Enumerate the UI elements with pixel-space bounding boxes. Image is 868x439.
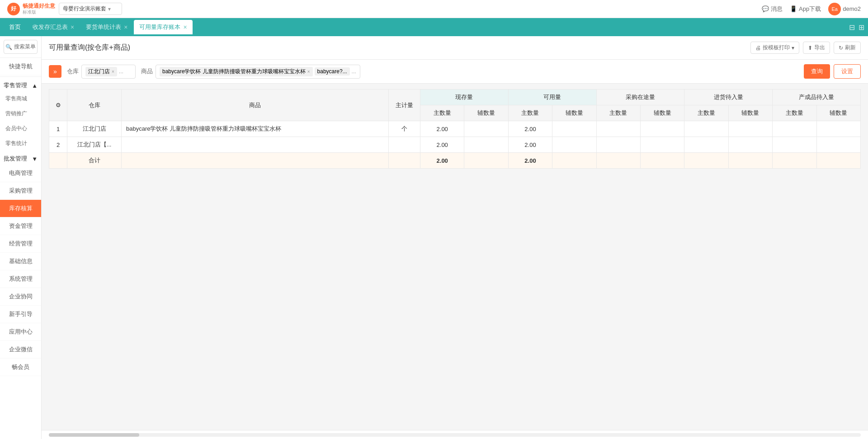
download-icon: 📱 xyxy=(790,5,797,12)
tab-shoufacun-close[interactable]: × xyxy=(71,24,74,31)
th-inc-main: 主数量 xyxy=(684,105,728,121)
sidebar-item-shangcheng[interactable]: 零售商城 xyxy=(0,91,41,106)
th-unit: 主计量 xyxy=(389,90,420,121)
download-btn[interactable]: 📱 App下载 xyxy=(790,5,821,13)
nav-minimize-icon[interactable]: ⊟ xyxy=(849,23,855,32)
tab-keyong[interactable]: 可用量库存账本 × xyxy=(134,20,192,34)
warehouse-tag-close[interactable]: × xyxy=(112,69,114,74)
goods-input[interactable]: babycare学饮杯 儿童防摔防撞吸管杯重力球吸嘴杯宝宝水杯 × babyca… xyxy=(156,65,360,79)
sidebar-item-caigou[interactable]: 采购管理 xyxy=(0,182,41,200)
table-wrapper: ⚙ 仓库 商品 主计量 现存量 可用量 采购在途量 采购在途量 进货待入量 产成… xyxy=(42,84,868,430)
page-actions: 🖨 按模板打印 ▾ ⬆ 导出 ↻ 刷新 xyxy=(750,42,861,54)
export-label: 导出 xyxy=(814,44,825,52)
sidebar-item-yingxiao[interactable]: 营销推广 xyxy=(0,106,41,121)
top-bar-right: 💬 消息 📱 App下载 Ea demo2 xyxy=(762,3,861,15)
cell-inc-main xyxy=(684,121,728,137)
cell-goods: babycare学饮杯 儿童防摔防撞吸管杯重力球吸嘴杯宝宝水杯 xyxy=(122,121,389,137)
cell-pur-aux xyxy=(640,121,684,137)
th-purchase-group: 采购在途量 xyxy=(596,90,684,105)
sidebar-item-jingying[interactable]: 经营管理 xyxy=(0,235,41,253)
goods-tag1: babycare学饮杯 儿童防摔防撞吸管杯重力球吸嘴杯宝宝水杯 × xyxy=(160,67,313,76)
filter-right: 查询 设置 xyxy=(804,64,861,79)
sidebar-item-yingyong[interactable]: 应用中心 xyxy=(0,323,41,341)
sidebar-item-chang[interactable]: 畅会员 xyxy=(0,359,41,376)
total-prod-main xyxy=(773,153,816,169)
settings-icon: ⚙ xyxy=(56,102,61,109)
sidebar-item-xinshou[interactable]: 新手引导 xyxy=(0,306,41,323)
goods-more[interactable]: ... xyxy=(352,68,356,75)
sidebar-search: 🔍 搜索菜单 xyxy=(0,36,41,58)
filter-toggle-btn[interactable]: » xyxy=(49,65,61,78)
cell-avail-aux xyxy=(552,137,596,153)
print-icon: 🖨 xyxy=(755,45,761,51)
data-table: ⚙ 仓库 商品 主计量 现存量 可用量 采购在途量 采购在途量 进货待入量 产成… xyxy=(49,89,861,169)
sidebar-item-dianshang[interactable]: 电商管理 xyxy=(0,165,41,182)
sidebar-item-jichu[interactable]: 基础信息 xyxy=(0,253,41,270)
goods-tag2-value: babycare?... xyxy=(317,68,347,75)
th-settings[interactable]: ⚙ xyxy=(49,90,67,121)
total-pur-aux xyxy=(640,153,684,169)
cell-stock-main: 2.00 xyxy=(420,137,464,153)
logo-sub: 标准版 xyxy=(23,9,55,15)
total-unit xyxy=(389,153,420,169)
chevron-down-icon-pifa: ▼ xyxy=(32,156,38,162)
cell-stock-aux xyxy=(464,137,508,153)
scrollbar-track[interactable] xyxy=(49,433,861,437)
print-btn[interactable]: 🖨 按模板打印 ▾ xyxy=(750,42,799,54)
sidebar-section-pifa[interactable]: 批发管理 ▼ xyxy=(0,151,41,165)
th-stock-group: 现存量 xyxy=(420,90,509,105)
tab-yaohuo-close[interactable]: × xyxy=(124,24,127,31)
th-inc-aux: 辅数量 xyxy=(728,105,772,121)
message-icon: 💬 xyxy=(762,5,769,12)
sidebar-item-qiye[interactable]: 企业协同 xyxy=(0,288,41,306)
tab-keyong-close[interactable]: × xyxy=(183,24,187,31)
cell-warehouse: 江北门店 xyxy=(67,121,122,137)
cell-prod-aux xyxy=(816,121,860,137)
sidebar-item-tongji[interactable]: 零售统计 xyxy=(0,136,41,151)
nav-tabs: 首页 收发存汇总表 × 要货单统计表 × 可用量库存账本 × ⊟ ⊞ xyxy=(0,18,868,36)
sidebar-item-zijin[interactable]: 资金管理 xyxy=(0,217,41,235)
th-goods: 商品 xyxy=(122,90,389,121)
warehouse-input[interactable]: 江北门店 × ... xyxy=(81,65,136,79)
nav-maximize-icon[interactable]: ⊞ xyxy=(859,23,864,32)
tab-shoufacun[interactable]: 收发存汇总表 × xyxy=(27,20,80,34)
table-row: 2 江北门店【... 2.00 2.00 xyxy=(49,137,861,153)
sidebar-item-quick-nav[interactable]: 快捷导航 xyxy=(0,58,41,76)
goods-label: 商品 xyxy=(141,67,153,76)
th-warehouse: 仓库 xyxy=(67,90,122,121)
cell-unit xyxy=(389,137,420,153)
user-area[interactable]: Ea demo2 xyxy=(828,3,861,15)
total-stock-main: 2.00 xyxy=(420,153,464,169)
tab-home[interactable]: 首页 xyxy=(4,23,26,31)
sidebar-item-kucun[interactable]: 库存核算 xyxy=(0,200,41,217)
goods-tag1-value: babycare学饮杯 儿童防摔防撞吸管杯重力球吸嘴杯宝宝水杯 xyxy=(162,68,306,76)
tab-keyong-label: 可用量库存账本 xyxy=(139,23,180,31)
th-incoming-group: 进货待入量 xyxy=(684,90,773,105)
setting-btn[interactable]: 设置 xyxy=(834,64,861,79)
warehouse-tag: 江北门店 × xyxy=(85,67,117,76)
warehouse-more[interactable]: ... xyxy=(119,68,123,75)
filter-group-goods: 商品 babycare学饮杯 儿童防摔防撞吸管杯重力球吸嘴杯宝宝水杯 × bab… xyxy=(141,65,360,79)
filter-group-warehouse: 仓库 江北门店 × ... xyxy=(67,65,136,79)
total-inc-aux xyxy=(728,153,772,169)
tenant-selector[interactable]: 母婴行业演示账套 ▾ xyxy=(59,3,122,15)
top-bar-left: 好 畅捷通好生意 标准版 母婴行业演示账套 ▾ xyxy=(7,3,122,15)
th-available-group: 可用量 xyxy=(508,90,596,105)
tab-yaohuo[interactable]: 要货单统计表 × xyxy=(80,20,133,34)
total-prod-aux xyxy=(816,153,860,169)
total-avail-aux xyxy=(552,153,596,169)
export-btn[interactable]: ⬆ 导出 xyxy=(803,42,830,54)
sidebar-section-lingshao[interactable]: 零售管理 ▲ xyxy=(0,78,41,91)
sidebar-item-xitong[interactable]: 系统管理 xyxy=(0,270,41,288)
cell-pur-main xyxy=(596,121,640,137)
sidebar-search-btn[interactable]: 🔍 搜索菜单 xyxy=(4,40,38,54)
th-production-group: 产成品待入量 xyxy=(773,90,861,105)
query-btn[interactable]: 查询 xyxy=(804,64,830,79)
sidebar-item-weixin[interactable]: 企业微信 xyxy=(0,341,41,359)
logo-icon: 好 xyxy=(7,3,20,15)
sidebar-item-huiyuan[interactable]: 会员中心 xyxy=(0,121,41,136)
cell-pur-main xyxy=(596,137,640,153)
refresh-btn[interactable]: ↻ 刷新 xyxy=(834,42,861,54)
goods-tag1-close[interactable]: × xyxy=(307,69,310,74)
message-btn[interactable]: 💬 消息 xyxy=(762,5,783,13)
